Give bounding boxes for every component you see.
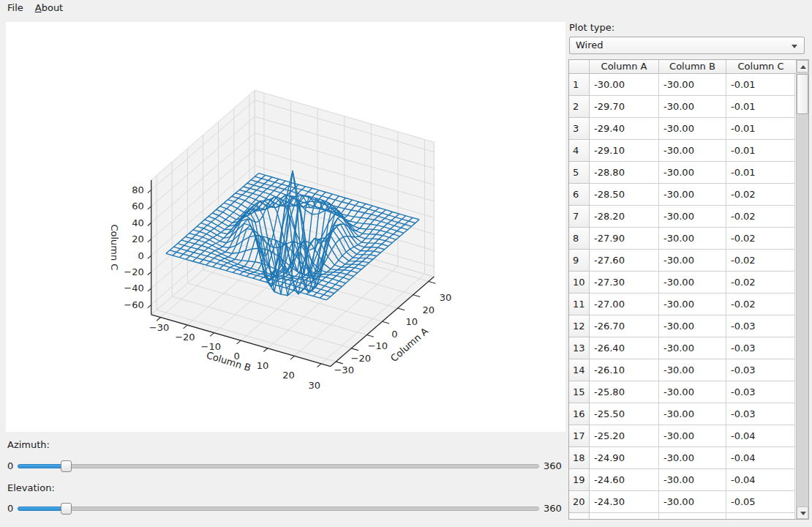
table-cell[interactable]: -30.00 [659, 184, 726, 206]
table-cell[interactable]: -0.03 [726, 337, 795, 359]
column-a-header[interactable]: Column A [590, 60, 659, 73]
table-cell[interactable]: -30.00 [659, 272, 726, 294]
row-number-cell[interactable]: 2 [569, 96, 590, 118]
row-number-cell[interactable]: 20 [569, 491, 590, 513]
row-number-cell[interactable]: 12 [569, 315, 590, 337]
elevation-slider-handle[interactable] [61, 503, 72, 515]
table-cell[interactable]: -24.30 [590, 491, 659, 513]
table-cell[interactable]: -30.00 [659, 403, 726, 425]
table-cell[interactable]: -30.00 [659, 337, 726, 359]
table-cell[interactable] [659, 513, 726, 520]
row-number-cell[interactable]: 14 [569, 359, 590, 381]
table-cell[interactable]: -0.03 [726, 403, 795, 425]
table-cell[interactable]: -0.01 [726, 74, 795, 96]
table-cell[interactable]: -24.60 [590, 469, 659, 491]
column-c-header[interactable]: Column C [726, 60, 795, 73]
table-cell[interactable]: -30.00 [659, 74, 726, 96]
table-cell[interactable]: -28.80 [590, 162, 659, 184]
table-cell[interactable]: -0.03 [726, 315, 795, 337]
table-cell[interactable]: -0.03 [726, 381, 795, 403]
table-cell[interactable]: -25.50 [590, 403, 659, 425]
table-cell[interactable]: -0.01 [726, 96, 795, 118]
row-number-cell[interactable]: 11 [569, 294, 590, 315]
table-cell[interactable]: -30.00 [659, 250, 726, 272]
table-cell[interactable]: -29.10 [590, 140, 659, 162]
table-cell[interactable]: -29.70 [590, 96, 659, 118]
row-number-cell[interactable]: 18 [569, 447, 590, 469]
row-number-cell[interactable]: 13 [569, 337, 590, 359]
table-cell[interactable]: -0.03 [726, 359, 795, 381]
menu-item-about[interactable]: About [29, 1, 69, 15]
row-number-cell[interactable]: 6 [569, 184, 590, 206]
table-cell[interactable]: -28.20 [590, 206, 659, 228]
table-cell[interactable]: -28.50 [590, 184, 659, 206]
scrollbar-thumb[interactable] [797, 74, 808, 114]
table-cell[interactable]: -30.00 [659, 381, 726, 403]
row-number-cell[interactable]: 5 [569, 162, 590, 184]
table-cell[interactable]: -27.00 [590, 294, 659, 315]
column-b-header[interactable]: Column B [659, 60, 726, 73]
plot-type-select[interactable]: Wired [569, 37, 805, 54]
table-cell[interactable]: -30.00 [659, 359, 726, 381]
row-number-cell[interactable]: 15 [569, 381, 590, 403]
azimuth-slider-handle[interactable] [61, 460, 72, 472]
table-cell[interactable] [590, 513, 659, 520]
table-cell[interactable]: -30.00 [659, 491, 726, 513]
row-number-cell[interactable]: 7 [569, 206, 590, 228]
table-cell[interactable]: -27.60 [590, 250, 659, 272]
table-cell[interactable]: -30.00 [659, 118, 726, 140]
table-cell[interactable]: -30.00 [659, 228, 726, 250]
table-cell[interactable]: -0.05 [726, 491, 795, 513]
table-cell[interactable]: -30.00 [659, 469, 726, 491]
table-cell[interactable]: -0.01 [726, 118, 795, 140]
azimuth-slider-track[interactable] [18, 464, 539, 468]
elevation-slider-track[interactable] [18, 507, 539, 511]
scroll-up-button[interactable] [797, 60, 808, 72]
table-cell[interactable]: -26.40 [590, 337, 659, 359]
row-number-cell[interactable]: 8 [569, 228, 590, 250]
scroll-down-button[interactable] [797, 507, 808, 519]
table-cell[interactable]: -27.90 [590, 228, 659, 250]
table-cell[interactable]: -25.20 [590, 425, 659, 447]
table-cell[interactable]: -30.00 [659, 315, 726, 337]
table-cell[interactable]: -26.10 [590, 359, 659, 381]
row-number-cell[interactable]: 10 [569, 272, 590, 294]
table-cell[interactable]: -30.00 [659, 96, 726, 118]
row-number-cell[interactable]: 16 [569, 403, 590, 425]
table-cell[interactable]: -0.04 [726, 425, 795, 447]
table-cell[interactable]: -26.70 [590, 315, 659, 337]
table-cell[interactable]: -0.01 [726, 140, 795, 162]
azimuth-slider[interactable]: 0 360 [0, 457, 563, 476]
elevation-slider[interactable]: 0 360 [0, 499, 563, 518]
row-number-cell[interactable] [569, 513, 590, 520]
table-cell[interactable]: -0.04 [726, 447, 795, 469]
table-cell[interactable]: -27.30 [590, 272, 659, 294]
table-cell[interactable]: -0.02 [726, 228, 795, 250]
row-number-cell[interactable]: 17 [569, 425, 590, 447]
table-cell[interactable]: -30.00 [659, 206, 726, 228]
table-cell[interactable]: -30.00 [659, 140, 726, 162]
row-number-cell[interactable]: 19 [569, 469, 590, 491]
row-number-cell[interactable]: 3 [569, 118, 590, 140]
menu-item-file[interactable]: File [1, 1, 29, 15]
table-cell[interactable]: -30.00 [590, 74, 659, 96]
table-cell[interactable]: -0.02 [726, 294, 795, 315]
table-cell[interactable] [726, 513, 795, 520]
row-number-cell[interactable]: 9 [569, 250, 590, 272]
table-cell[interactable]: -24.90 [590, 447, 659, 469]
table-cell[interactable]: -0.02 [726, 206, 795, 228]
table-cell[interactable]: -30.00 [659, 294, 726, 315]
table-scrollbar[interactable] [796, 60, 808, 519]
table-cell[interactable]: -30.00 [659, 425, 726, 447]
table-cell[interactable]: -25.80 [590, 381, 659, 403]
table-cell[interactable]: -29.40 [590, 118, 659, 140]
table-cell[interactable]: -0.04 [726, 469, 795, 491]
table-cell[interactable]: -30.00 [659, 447, 726, 469]
table-cell[interactable]: -0.02 [726, 250, 795, 272]
table-cell[interactable]: -30.00 [659, 162, 726, 184]
row-number-cell[interactable]: 4 [569, 140, 590, 162]
table-cell[interactable]: -0.01 [726, 162, 795, 184]
row-number-cell[interactable]: 1 [569, 74, 590, 96]
table-cell[interactable]: -0.02 [726, 184, 795, 206]
table-cell[interactable]: -0.02 [726, 272, 795, 294]
